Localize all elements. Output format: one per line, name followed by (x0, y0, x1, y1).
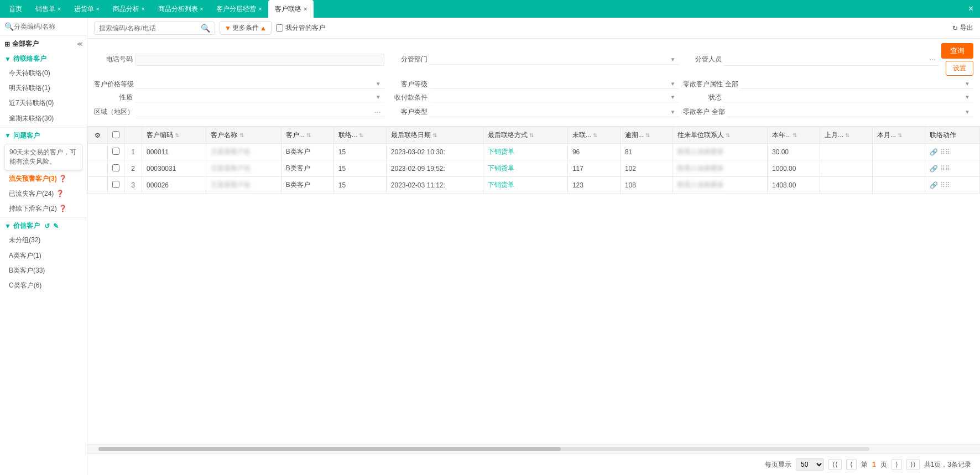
sort-this-month-icon[interactable]: ⇅ (898, 132, 902, 138)
row-overdue: 108 (620, 177, 673, 194)
next-page-button[interactable]: ⟩ (892, 459, 902, 470)
sidebar-item-overdue[interactable]: 逾期未联络(30) (0, 111, 87, 126)
tab-customer-contact-close[interactable]: × (304, 6, 307, 12)
tab-analysis-close[interactable]: × (142, 6, 145, 12)
sort-type-icon[interactable]: ⇅ (306, 132, 311, 138)
filter-person-select[interactable]: ··· (724, 53, 939, 66)
sort-unlink-icon[interactable]: ⇅ (593, 132, 597, 138)
query-button[interactable]: 查询 (941, 43, 973, 59)
sort-overdue-icon[interactable]: ⇅ (645, 132, 650, 138)
sidebar-item-class-a[interactable]: A类客户(1) (0, 248, 87, 263)
tab-customer-contact[interactable]: 客户联络 × (268, 0, 314, 18)
row-checkbox[interactable] (108, 144, 124, 160)
sort-contact-icon[interactable]: ⇅ (359, 132, 363, 138)
row-last-method[interactable]: 下销货单 (483, 177, 568, 194)
sort-last-month-icon[interactable]: ⇅ (845, 132, 849, 138)
th-settings[interactable]: ⚙ (88, 127, 108, 144)
sidebar-all-customers[interactable]: ⊞ 全部客户 ≪ (0, 36, 87, 52)
prev-page-button[interactable]: ⟨ (846, 459, 857, 470)
th-last-method[interactable]: 最后联络方式 ⇅ (483, 127, 568, 144)
row-last-method[interactable]: 下销货单 (483, 160, 568, 177)
sidebar-group-pending[interactable]: ▼ 待联络客户 (0, 52, 87, 66)
th-overdue[interactable]: 逾期... ⇅ (620, 127, 673, 144)
sort-code-icon[interactable]: ⇅ (175, 132, 179, 138)
action-link-icon[interactable]: 🔗 (930, 148, 938, 156)
last-page-button[interactable]: ⟩⟩ (906, 459, 920, 470)
filter-payment-select[interactable]: ▼ (430, 92, 679, 102)
row-checkbox[interactable] (108, 177, 124, 194)
sort-last-method-icon[interactable]: ⇅ (529, 132, 534, 138)
row-actions[interactable]: 🔗 ⠿⠿ (925, 177, 979, 194)
th-last-month[interactable]: 上月... ⇅ (820, 127, 872, 144)
tab-analysis-list-close[interactable]: × (200, 6, 204, 12)
filter-status-select[interactable]: ▼ (724, 92, 973, 102)
tab-home[interactable]: 首页 (2, 0, 29, 18)
sidebar-search-input[interactable] (14, 23, 87, 30)
action-more-icon[interactable]: ⠿⠿ (940, 148, 950, 156)
per-page-select[interactable]: 50 100 (796, 458, 824, 471)
filter-customer-level-select[interactable]: ▼ (430, 79, 679, 89)
action-link-icon[interactable]: 🔗 (930, 181, 938, 189)
action-link-icon[interactable]: 🔗 (930, 165, 938, 173)
th-checkbox[interactable] (108, 127, 124, 144)
sidebar-item-class-b[interactable]: B类客户(33) (0, 263, 87, 278)
sidebar-item-declining[interactable]: 持续下滑客户(2) ❓ (0, 201, 87, 216)
tab-customer-tier[interactable]: 客户分层经营 × (210, 0, 268, 18)
sort-last-date-icon[interactable]: ⇅ (432, 132, 437, 138)
tab-purchase[interactable]: 进货单 × (67, 0, 106, 18)
row-actions[interactable]: 🔗 ⠿⠿ (925, 144, 979, 160)
sort-contact-person-icon[interactable]: ⇅ (726, 132, 730, 138)
tab-customer-tier-close[interactable]: × (258, 6, 262, 12)
tab-sales-close[interactable]: × (58, 6, 61, 12)
th-unlink-days[interactable]: 未联... ⇅ (567, 127, 620, 144)
tab-analysis-list[interactable]: 商品分析列表 × (152, 0, 210, 18)
tab-analysis[interactable]: 商品分析 × (106, 0, 152, 18)
filter-search-input[interactable] (99, 24, 199, 32)
row-actions[interactable]: 🔗 ⠿⠿ (925, 160, 979, 177)
th-customer-code[interactable]: 客户编码 ⇅ (142, 127, 206, 144)
sidebar-item-today[interactable]: 今天待联络(0) (0, 66, 87, 81)
settings-button[interactable]: 设置 (946, 61, 973, 76)
sort-name-icon[interactable]: ⇅ (239, 132, 244, 138)
filter-scatter-customer-select[interactable]: ▼ (727, 107, 973, 117)
sidebar-group-value[interactable]: ▼ 价值客户 ↺ ✎ (0, 219, 87, 233)
sidebar-item-churn-warning[interactable]: 流失预警客户(3) ❓ (0, 171, 87, 186)
sidebar-item-ungrouped[interactable]: 未分组(32) (0, 233, 87, 248)
row-code: 000011 (142, 144, 206, 160)
sort-this-year-icon[interactable]: ⇅ (793, 132, 797, 138)
my-customers-check[interactable] (276, 24, 283, 32)
filter-phone-input[interactable] (135, 54, 384, 66)
sidebar-tooltip: 90天未交易的客户，可能有流失风险。 (4, 144, 82, 170)
sidebar-item-churned[interactable]: 已流失客户(24) ❓ (0, 186, 87, 201)
filter-nature-select[interactable]: ▼ (135, 92, 384, 102)
filter-search-icon[interactable]: 🔍 (201, 24, 210, 33)
row-checkbox[interactable] (108, 160, 124, 177)
action-more-icon[interactable]: ⠿⠿ (940, 181, 950, 189)
th-this-year[interactable]: 本年... ⇅ (768, 127, 820, 144)
filter-customer-type-select[interactable]: ▼ (430, 107, 679, 117)
sidebar-group-problem[interactable]: ▼ 问题客户 (0, 129, 87, 143)
row-last-method[interactable]: 下销货单 (483, 144, 568, 160)
filter-region-select[interactable]: ··· (136, 106, 384, 118)
horizontal-scrollbar[interactable] (87, 444, 980, 453)
th-customer-type[interactable]: 客户... ⇅ (281, 127, 333, 144)
th-contact-person[interactable]: 往来单位联系人 ⇅ (673, 127, 767, 144)
tab-purchase-close[interactable]: × (96, 6, 100, 12)
filter-scatter-attr-select[interactable]: ▼ (741, 79, 973, 89)
sidebar-item-tomorrow[interactable]: 明天待联络(1) (0, 81, 87, 96)
filter-dept-select[interactable]: ▼ (430, 55, 679, 65)
filter-price-level-select[interactable]: ▼ (136, 79, 384, 89)
window-close-icon[interactable]: × (964, 4, 978, 14)
select-all-checkbox[interactable] (112, 131, 119, 138)
export-button[interactable]: ↻ 导出 (952, 23, 973, 33)
th-contact-count[interactable]: 联络... ⇅ (333, 127, 386, 144)
sidebar-item-7days[interactable]: 近7天待联络(0) (0, 96, 87, 111)
action-more-icon[interactable]: ⠿⠿ (940, 165, 950, 173)
th-last-date[interactable]: 最后联络日期 ⇅ (386, 127, 483, 144)
th-this-month[interactable]: 本月... ⇅ (872, 127, 925, 144)
tab-sales[interactable]: 销售单 × (29, 0, 67, 18)
th-customer-name[interactable]: 客户名称 ⇅ (206, 127, 282, 144)
filter-more-conditions[interactable]: ▼ 更多条件 ▲ (220, 21, 272, 35)
sidebar-item-class-c[interactable]: C类客户(6) (0, 278, 87, 293)
first-page-button[interactable]: ⟨⟨ (828, 459, 842, 470)
